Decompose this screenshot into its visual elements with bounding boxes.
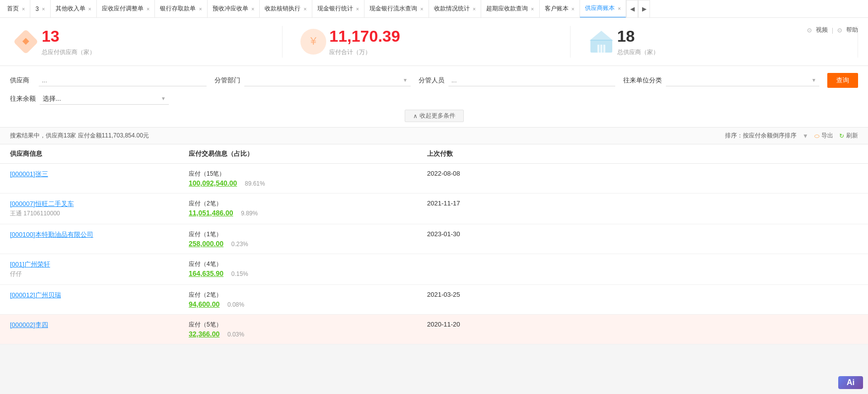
nav-tab-cash-stat-close[interactable]: × (356, 6, 359, 12)
supplier-input[interactable] (39, 74, 207, 86)
tx-amount[interactable]: 11,051,486.00 (189, 209, 233, 217)
tx-percent: 89.61% (245, 180, 265, 187)
stats-header: ◆ 13 总应付供应商（家） ¥ 11,170.39 应付合计（万） (0, 18, 868, 66)
table-row: [000100]本特勤油品有限公司 应付（1笔） 258,000.00 0.23… (0, 224, 868, 254)
refresh-icon: ↻ (839, 132, 844, 139)
video-link[interactable]: 视频 (816, 26, 828, 34)
supplier-link[interactable]: [001]广州荣轩 (10, 261, 50, 268)
supplier-cell: [001]广州荣轩 仔仔 (10, 260, 189, 278)
nav-tab-customer-book[interactable]: 客户账本 × (540, 0, 580, 18)
nav-tab-prepay-offset-close[interactable]: × (251, 6, 254, 12)
tx-amount-row: 258,000.00 0.23% (189, 240, 427, 248)
nav-tab-cash-flow-label: 现金银行流水查询 (369, 4, 417, 13)
svg-rect-6 (597, 45, 605, 53)
collapse-button[interactable]: ∧ 收起更多条件 (405, 110, 464, 122)
transactions-cell: 应付（15笔） 100,092,540.00 89.61% (189, 170, 427, 187)
supplier-link[interactable]: [000007]恒旺二手叉车 (10, 200, 74, 207)
stat-icon-store (585, 26, 617, 58)
svg-rect-8 (602, 45, 603, 53)
query-button[interactable]: 查询 (827, 73, 858, 88)
balance-select-wrapper[interactable]: 选择... ▼ (40, 93, 169, 105)
stat-number-total-suppliers: 18 (617, 27, 659, 46)
category-select-wrapper[interactable]: ▼ (666, 74, 820, 86)
nav-tab-bank-deposit[interactable]: 银行存取款单 × (155, 0, 207, 18)
tx-amount-row: 11,051,486.00 9.89% (189, 209, 427, 217)
supplier-sub: 仔仔 (10, 270, 189, 278)
search-field-dept: 分管部门 ▼ (215, 74, 411, 86)
supplier-sub: 王通 17106110000 (10, 209, 189, 218)
supplier-link[interactable]: [000001]张三 (10, 170, 48, 178)
stat-number-payable-suppliers: 13 (42, 27, 95, 46)
supplier-cell: [000012]广州贝瑞 (10, 291, 189, 300)
dept-select[interactable] (247, 76, 408, 84)
supplier-link[interactable]: [000002]李四 (10, 321, 48, 328)
results-summary: 搜索结果中，供应商13家 应付金额111,703,854.00元 (10, 131, 149, 140)
dept-select-wrapper[interactable]: ▼ (244, 74, 411, 86)
person-label: 分管人员 (419, 76, 444, 85)
nav-tab-home[interactable]: 首页 × (2, 0, 30, 18)
svg-marker-5 (589, 31, 613, 41)
balance-label: 往来余额 (10, 94, 36, 103)
supplier-link[interactable]: [000100]本特勤油品有限公司 (10, 231, 93, 238)
export-button[interactable]: ⬭ 导出 (814, 131, 833, 140)
search-field-balance: 往来余额 选择... ▼ (10, 93, 169, 105)
nav-tab-ar-ap-adjust[interactable]: 应收应付调整单 × (97, 0, 155, 18)
refresh-button[interactable]: ↻ 刷新 (839, 131, 858, 140)
stat-icon-diamond: ◆ (10, 26, 42, 58)
refresh-label: 刷新 (846, 131, 858, 140)
tx-amount[interactable]: 164,635.90 (189, 269, 223, 277)
collapse-bar: ∧ 收起更多条件 (10, 110, 858, 122)
tx-amount[interactable]: 94,600.00 (189, 300, 219, 308)
nav-tab-home-close[interactable]: × (22, 6, 25, 12)
nav-tab-cash-flow[interactable]: 现金银行流水查询 × (364, 0, 429, 18)
nav-tab-supplier-book[interactable]: 供应商账本 × (580, 0, 626, 18)
tx-percent: 0.03% (227, 331, 244, 338)
help-link[interactable]: 帮助 (846, 26, 858, 34)
tx-label: 应付（2笔） (189, 199, 427, 208)
nav-tab-payment-verify[interactable]: 收款核销执行 × (260, 0, 312, 18)
nav-tab-cash-stat[interactable]: 现金银行统计 × (312, 0, 364, 18)
tx-amount[interactable]: 258,000.00 (189, 240, 223, 248)
nav-tab-supplier-book-close[interactable]: × (618, 5, 621, 11)
transactions-cell: 应付（4笔） 164,635.90 0.15% (189, 260, 427, 277)
nav-tab-prepay-offset[interactable]: 预收冲应收单 × (208, 0, 260, 18)
last-payment-date: 2021-03-25 (427, 291, 460, 298)
nav-tab-3[interactable]: 3 × (30, 0, 50, 18)
tx-amount[interactable]: 32,366.00 (189, 330, 219, 338)
last-payment-date: 2020-11-20 (427, 321, 460, 328)
supplier-cell: [000002]李四 (10, 321, 189, 329)
person-input[interactable] (448, 74, 615, 86)
stat-content-payable: 13 总应付供应商（家） (42, 27, 95, 56)
col-header-last-payment: 上次付数 (427, 149, 858, 158)
nav-tab-payment-verify-close[interactable]: × (303, 6, 306, 12)
supplier-link[interactable]: [000012]广州贝瑞 (10, 291, 61, 299)
data-table: 供应商信息 应付交易信息（占比） 上次付数 [000001]张三 应付（15笔）… (0, 144, 868, 344)
nav-tab-3-close[interactable]: × (42, 6, 45, 12)
nav-tab-overdue-ar[interactable]: 超期应收款查询 × (481, 0, 539, 18)
nav-tab-customer-book-close[interactable]: × (572, 6, 575, 12)
svg-rect-7 (599, 45, 600, 53)
nav-tab-ar-ap-adjust-close[interactable]: × (146, 6, 149, 12)
balance-select[interactable]: 选择... (43, 95, 166, 102)
table-header: 供应商信息 应付交易信息（占比） 上次付数 (0, 144, 868, 164)
nav-tab-cash-flow-close[interactable]: × (420, 6, 423, 12)
transactions-cell: 应付（5笔） 32,366.00 0.03% (189, 321, 427, 338)
transactions-cell: 应付（1笔） 258,000.00 0.23% (189, 230, 427, 248)
last-payment-date: 2022-08-08 (427, 170, 460, 177)
nav-arrow-right[interactable]: ▶ (638, 0, 650, 18)
nav-tab-receipt-stat-close[interactable]: × (473, 6, 476, 12)
category-select[interactable] (669, 76, 817, 84)
nav-tab-bank-deposit-close[interactable]: × (199, 6, 202, 12)
results-bar: 搜索结果中，供应商13家 应付金额111,703,854.00元 排序：按应付余… (0, 128, 868, 144)
sort-label[interactable]: 排序：按应付余额倒序排序 (725, 131, 796, 140)
collapse-icon: ∧ (413, 113, 418, 120)
stat-block-suppliers-payable: ◆ 13 总应付供应商（家） (10, 26, 283, 58)
stat-number-payable-total: 11,170.39 (329, 27, 400, 46)
tx-amount[interactable]: 100,092,540.00 (189, 179, 237, 187)
nav-tab-receipt-stat[interactable]: 收款情况统计 × (429, 0, 481, 18)
nav-arrow-left[interactable]: ◀ (626, 0, 638, 18)
nav-tab-other-income[interactable]: 其他收入单 × (51, 0, 97, 18)
nav-tab-overdue-ar-close[interactable]: × (531, 6, 534, 12)
nav-tab-customer-book-label: 客户账本 (545, 4, 569, 13)
nav-tab-other-income-close[interactable]: × (88, 6, 91, 12)
